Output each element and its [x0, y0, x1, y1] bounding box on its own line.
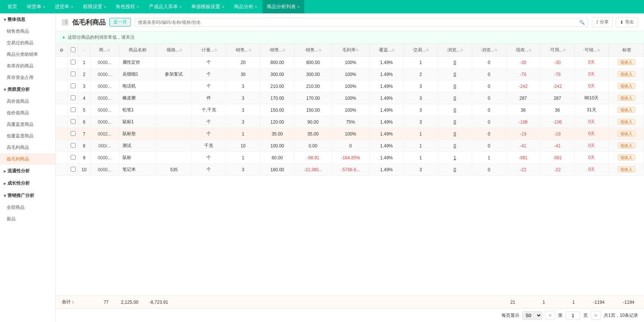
row-select-checkbox[interactable]: [71, 95, 76, 100]
sidebar-group-circulation[interactable]: ▸ 流通性分析: [0, 165, 55, 177]
nav-home[interactable]: 首页: [3, 0, 22, 13]
row-checkbox[interactable]: [68, 92, 78, 104]
col-sales-profit[interactable]: ·销售...⇅: [294, 44, 331, 57]
row-browse1[interactable]: 0: [438, 92, 472, 104]
row-select-checkbox[interactable]: [71, 131, 76, 136]
row-browse1[interactable]: 0: [438, 140, 472, 152]
sidebar-item-high-value[interactable]: 高价值商品: [0, 96, 55, 107]
nav-sales[interactable]: 销货单 ×: [22, 0, 49, 13]
per-page-select[interactable]: 50 100: [522, 311, 542, 320]
filter-recent-month-button[interactable]: 近一月: [109, 18, 131, 26]
search-input[interactable]: [138, 20, 578, 25]
col-name[interactable]: 商品名称: [119, 44, 156, 57]
row-usable: -76: [540, 68, 574, 80]
nav-permissions-close[interactable]: ×: [104, 4, 106, 9]
nav-product-entry[interactable]: 产成品入库单 ×: [144, 0, 186, 13]
nav-product-analysis-list-close[interactable]: ×: [297, 4, 299, 9]
sidebar-item-sales-products[interactable]: 销售类商品: [0, 26, 55, 37]
nav-purchase[interactable]: 进货单 ×: [50, 0, 77, 13]
col-usable[interactable]: ·可用...⇅: [540, 44, 574, 57]
sidebar-group-overview[interactable]: ▾ 整体信息: [0, 13, 55, 26]
row-select-checkbox[interactable]: [71, 155, 76, 160]
sidebar-group-cluster[interactable]: ▾ 类群度分析: [0, 83, 55, 96]
nav-sales-close[interactable]: ×: [43, 4, 45, 9]
row-browse1[interactable]: 1: [438, 152, 472, 164]
col-sequence[interactable]: ·: [78, 44, 90, 57]
arrow-icon-circulation: ▸: [4, 169, 6, 174]
nav-role-auth[interactable]: 角色授权 ×: [111, 0, 143, 13]
row-checkbox[interactable]: [68, 57, 78, 68]
page-number-input[interactable]: [565, 312, 580, 319]
col-browse1[interactable]: ·浏览...⇅: [438, 44, 472, 57]
sidebar-item-category-rate[interactable]: 商品分类助销率: [0, 49, 55, 60]
col-code[interactable]: 商...⇅: [90, 44, 119, 57]
nav-role-auth-close[interactable]: ×: [137, 4, 139, 9]
row-browse1[interactable]: 0: [438, 68, 472, 80]
row-checkbox[interactable]: [68, 164, 78, 176]
row-checkbox[interactable]: [68, 140, 78, 152]
col-stock[interactable]: ·现有...⇅: [506, 44, 540, 57]
row-browse1[interactable]: 0: [438, 80, 472, 92]
row-browse1[interactable]: 0: [438, 164, 472, 176]
next-page-button[interactable]: ＞: [591, 311, 601, 320]
sidebar-item-high-coverage[interactable]: 高覆盖度商品: [0, 119, 55, 130]
row-checkbox[interactable]: [68, 116, 78, 128]
col-settings[interactable]: ⚙: [56, 44, 68, 57]
col-sales-qty[interactable]: ·销售...⇅: [226, 44, 260, 57]
row-select-checkbox[interactable]: [71, 71, 76, 76]
nav-template-settings-close[interactable]: ×: [222, 4, 224, 9]
row-select-checkbox[interactable]: [71, 107, 76, 112]
nav-permissions[interactable]: 权限设置 ×: [79, 0, 110, 13]
col-gross-rate[interactable]: 毛利率⇅: [331, 44, 369, 57]
row-checkbox[interactable]: [68, 68, 78, 80]
row-select-checkbox[interactable]: [71, 119, 76, 124]
row-select-checkbox[interactable]: [71, 60, 76, 64]
row-select-checkbox[interactable]: [71, 167, 76, 172]
nav-product-entry-close[interactable]: ×: [179, 4, 182, 9]
sidebar-item-in-stock[interactable]: 有库存的商品: [0, 60, 55, 72]
col-salable-days[interactable]: ·可销...⇅: [574, 44, 609, 57]
total-records-label: 共1页，10条记录: [604, 312, 638, 319]
prev-page-button[interactable]: ＜: [545, 311, 555, 320]
row-select-checkbox[interactable]: [71, 83, 76, 88]
sidebar-item-all-products[interactable]: 全部商品: [0, 202, 55, 213]
col-trade-count[interactable]: ·交易...⇅: [404, 44, 438, 57]
row-browse1[interactable]: 0: [438, 57, 472, 68]
nav-product-analysis-list[interactable]: 商品分析列表 ×: [262, 0, 304, 13]
row-browse1[interactable]: 0: [438, 116, 472, 128]
nav-template-settings[interactable]: 单据模板设置 ×: [187, 0, 228, 13]
col-coverage[interactable]: ·覆盖...⇅: [369, 44, 404, 57]
sidebar-item-new-products[interactable]: 新品: [0, 213, 55, 225]
col-browse2[interactable]: ·浏览...⇅: [472, 44, 506, 57]
search-icon[interactable]: 🔍: [579, 20, 585, 25]
row-browse1[interactable]: 0: [438, 128, 472, 140]
row-spec: [156, 80, 192, 92]
row-browse1[interactable]: 0: [438, 104, 472, 116]
export-button[interactable]: ⬇ 导出: [616, 17, 638, 27]
nav-product-analysis[interactable]: 商品分析 ×: [230, 0, 262, 13]
sidebar-item-low-margin[interactable]: 低毛利商品: [0, 153, 55, 165]
row-checkbox[interactable]: [68, 80, 78, 92]
col-tag[interactable]: ·标签: [609, 44, 644, 57]
share-button[interactable]: ⤴ 分享: [592, 17, 613, 27]
row-coverage: 1.49%: [369, 140, 404, 152]
row-checkbox[interactable]: [68, 104, 78, 116]
nav-product-analysis-close[interactable]: ×: [255, 4, 257, 9]
col-unit[interactable]: ·计量...⇅: [192, 44, 226, 57]
sidebar-group-growth[interactable]: ▸ 成长性分析: [0, 177, 55, 189]
row-checkbox[interactable]: [68, 152, 78, 164]
sidebar-item-high-margin[interactable]: 高毛利商品: [0, 142, 55, 153]
select-all-checkbox[interactable]: [71, 47, 76, 52]
sidebar-item-inventory-capital[interactable]: 库存资金占用: [0, 72, 55, 83]
row-select-checkbox[interactable]: [71, 143, 76, 148]
col-spec[interactable]: ·规格...⇅: [156, 44, 192, 57]
nav-purchase-close[interactable]: ×: [71, 4, 73, 9]
sidebar-group-marketing[interactable]: ▾ 营销推广分析: [0, 189, 55, 202]
collapse-sidebar-button[interactable]: 《: [62, 19, 68, 26]
sidebar-item-low-value[interactable]: 低价值商品: [0, 107, 55, 119]
row-checkbox[interactable]: [68, 128, 78, 140]
col-checkbox[interactable]: [68, 44, 78, 57]
sidebar-item-traded-products[interactable]: 交易过的商品: [0, 37, 55, 49]
sidebar-item-low-coverage[interactable]: 低覆盖度商品: [0, 130, 55, 142]
col-sales-price[interactable]: ·销售...⇅: [260, 44, 294, 57]
